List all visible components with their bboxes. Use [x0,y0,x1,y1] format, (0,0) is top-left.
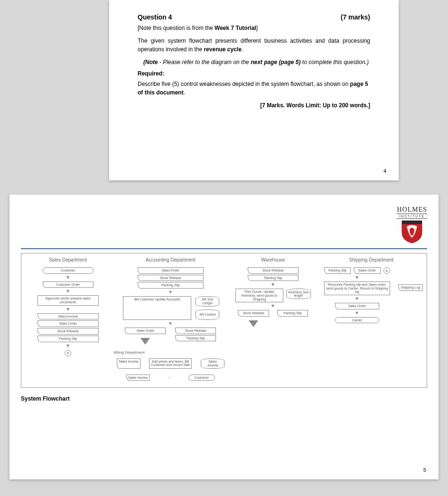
node-packing-slip-2: Packing Slip [175,335,216,342]
source-note: [Note this question is from the Week 7 T… [138,24,370,33]
required-label: Required: [138,70,370,77]
node-sales-invoice: Sales Invoice [37,313,99,320]
node-customer-order: Customer Order [43,281,93,288]
node-sales-order: Sales Order [37,320,99,327]
diagram-note: (Note - Please refer to the diagram on t… [143,59,370,66]
task-text: Describe five (5) control weaknesses dep… [138,80,370,97]
node-approve-credit: Approves credit, prepare sales documents [37,295,99,305]
dept-shipping: Shipping Department Packing Slip Sales O… [319,257,424,383]
page-5: HOLMES INSTITUTE Sales Department Custom… [9,195,439,479]
dept-shipping-title: Shipping Department [319,257,424,262]
node-ship-packing-slip: Packing Slip [324,267,351,274]
question-marks: (7 marks) [341,13,370,21]
node-customer-2: Customer [188,374,215,381]
question-intro: The given system flowchart presents diff… [138,37,370,54]
divider-rule [21,248,427,249]
dept-accounting: Accounting Department Sales Order Stock … [113,257,227,383]
logo-name: HOLMES [397,206,427,214]
question-title: Question 4 [138,13,172,21]
node-acct-sales-order: Sales Order [138,267,204,274]
node-ship-sales-order: Sales Order [354,267,380,274]
file-triangle-2 [249,320,258,327]
page-4: Question 4 (7 marks) [Note this question… [109,0,399,180]
node-wh-stock-release-2: Stock Release [238,310,269,317]
billing-subsection: Billing Department Sales Invoice Add pri… [113,350,227,383]
dept-accounting-title: Accounting Department [113,257,227,262]
node-add-prices: Add prices and taxes, Bill Customer and … [149,358,192,369]
logo-area: HOLMES INSTITUTE [21,206,427,245]
node-stock-release-2: Stock Release [175,328,216,334]
dept-sales-title: Sales Department [24,257,112,262]
marks-limit: [7 Marks. Words Limit: Up to 200 words.] [138,102,370,109]
page-number: 4 [383,168,386,174]
question-header: Question 4 (7 marks) [138,13,370,21]
node-acct-packing-slip: Packing Slip [138,282,204,289]
department-row: Sales Department Customer Customer Order… [24,257,424,383]
node-pick-goods: Pick Goods, Update Inventory, send goods… [235,289,283,302]
node-bill-customer: Bill Customer Update Accounts [123,296,191,320]
shield-icon [401,220,423,243]
node-wh-stock-release: Stock Release [248,267,299,274]
svg-rect-0 [402,221,422,224]
node-ship-sales-order-2: Sales Order [335,303,380,309]
node-reconcile: Reconcile Packing slip and Sales order, … [324,281,390,295]
dept-warehouse-title: Warehouse [229,257,317,262]
dept-sales: Sales Department Customer Customer Order… [24,257,112,383]
node-stock-release: Stock Release [37,328,99,335]
file-triangle-1 [140,338,150,345]
node-sales-journal: Sales Journal [201,358,224,369]
connector-a: A [65,350,71,356]
node-ar-control: AR Control [196,309,219,320]
node-sales-order-2: Sales Order [125,328,166,334]
page-number-5: 5 [423,467,426,473]
holmes-logo: HOLMES INSTITUTE [397,206,427,245]
node-inventory-sub-ledger: Inventory Sub ledger [286,289,310,299]
system-flowchart-title: System Flowchart [21,395,427,402]
node-wh-packing-slip-2: Packing Slip [277,310,308,317]
billing-title: Billing Department [113,350,227,355]
node-packing-slip: Packing Slip [37,336,99,342]
logo-subtitle: INSTITUTE [397,214,427,219]
node-customer: Customer [43,267,93,274]
node-sales-invoice-2: Sales Invoice [117,358,140,369]
flowchart-frame: Sales Department Customer Customer Order… [21,253,427,388]
node-wh-packing-slip: Packing Slip [248,275,299,281]
node-sales-invoice-3: Sales Invoice [126,374,150,381]
node-shipping-log: Shipping Log [398,284,423,291]
dept-warehouse: Warehouse Stock Release Packing Slip Pic… [229,257,317,383]
node-ar-sub-ledger: AR Sub Ledger [196,296,219,307]
node-acct-stock-release: Stock Release [138,275,204,281]
connector-a-2: A [383,267,390,274]
node-carrier: Carrier [335,317,380,324]
